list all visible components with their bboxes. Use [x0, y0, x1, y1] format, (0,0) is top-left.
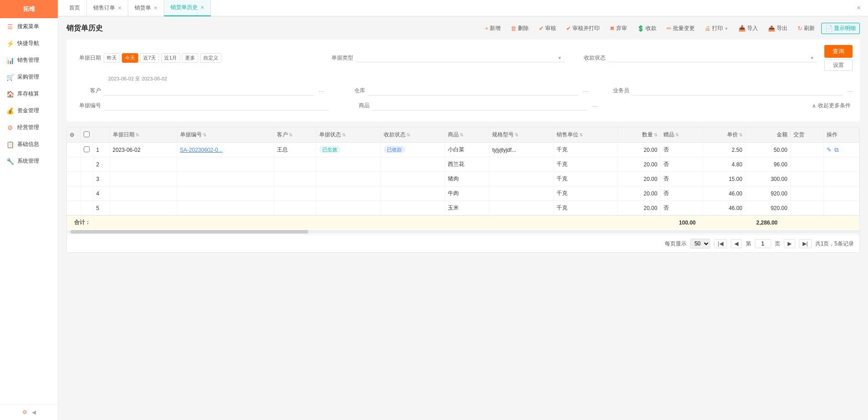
collect-icon: 💲 [637, 25, 644, 32]
audit-print-label: 审核并打印 [572, 25, 600, 32]
col-rownum [93, 127, 110, 143]
tab-sales-order[interactable]: 销售订单 ✕ [87, 0, 128, 16]
abandon-button[interactable]: ✖ 弃审 [606, 23, 631, 34]
row2-actions [824, 157, 859, 172]
tab-home[interactable]: 首页 [63, 0, 87, 16]
goods-picker-icon[interactable]: ··· [592, 102, 597, 110]
warehouse-input[interactable] [368, 86, 578, 95]
refresh-button[interactable]: ↻ 刷新 [794, 23, 818, 34]
settings-button[interactable]: 设置 [824, 60, 853, 71]
tab-sales-history-close[interactable]: ✕ [201, 5, 204, 10]
prev-page-button[interactable]: ◀ [731, 239, 742, 248]
row5-gift: 否 [660, 201, 703, 215]
collect-button[interactable]: 💲 收款 [633, 23, 660, 34]
date-btn-custom[interactable]: 自定义 [200, 53, 221, 63]
audit-label: 审核 [545, 25, 556, 32]
import-button[interactable]: 📥 导入 [735, 23, 762, 34]
export-button[interactable]: 📤 导出 [764, 23, 791, 34]
query-button[interactable]: 查询 [824, 45, 853, 58]
row1-edit-icon[interactable]: ✎ [827, 146, 832, 154]
delete-button[interactable]: 🗑 删除 [507, 23, 532, 34]
tab-sales-delivery[interactable]: 销货单 ✕ [128, 0, 164, 16]
date-btn-today[interactable]: 今天 [122, 53, 138, 63]
sidebar-collapse-icon[interactable]: ◀ [32, 409, 36, 415]
print-dropdown-icon: ▼ [724, 26, 728, 31]
date-btn-more[interactable]: 更多 [182, 53, 198, 63]
first-page-button[interactable]: |◀ [714, 239, 727, 248]
row2-date [110, 157, 177, 172]
sidebar-settings-icon[interactable]: ⚙ [22, 409, 27, 415]
salesperson-input[interactable] [632, 86, 843, 95]
sidebar-item-inventory[interactable]: 🏠 库存核算 [0, 85, 58, 102]
horizontal-scrollbar[interactable] [67, 230, 859, 234]
sidebar-item-sys-mgmt[interactable]: 🔧 系统管理 [0, 153, 58, 170]
col-date-label: 单据日期 [113, 131, 135, 138]
tab-home-label: 首页 [69, 4, 80, 12]
sidebar-item-search-menu[interactable]: ☰ 搜索菜单 [0, 18, 58, 35]
add-label: 新增 [490, 25, 501, 32]
row1-gift: 否 [660, 143, 703, 157]
audit-button[interactable]: ✔ 审核 [535, 23, 560, 34]
salesperson-label: 业务员 [602, 87, 629, 95]
customer-picker-icon[interactable]: ··· [319, 87, 324, 95]
row1-copy-icon[interactable]: ⧉ [834, 146, 838, 154]
table-container: ⚙ 单据日期⇅ 单据编号⇅ 客户⇅ 单据状态⇅ 收款状态⇅ 商品⇅ 规格型号⇅ … [66, 127, 860, 253]
col-amount-label: 金额 [777, 131, 788, 138]
sidebar-item-label: 经营管理 [17, 124, 39, 131]
date-range-text: 2023-06-02 至 2023-06-02 [108, 75, 853, 82]
col-settings[interactable]: ⚙ [67, 127, 80, 143]
col-actions: 操作 [824, 127, 859, 143]
col-customer-label: 客户 [277, 131, 288, 138]
select-all-checkbox[interactable] [84, 131, 90, 137]
show-detail-button[interactable]: 📄 显示明细 [821, 23, 860, 34]
col-qty-label: 数量 [642, 131, 653, 138]
last-page-button[interactable]: ▶| [799, 239, 812, 248]
batch-change-button[interactable]: ✏ 批量变更 [663, 23, 698, 34]
sales-mgmt-icon: 📊 [6, 57, 14, 64]
row1-docno-link[interactable]: SA-20230602-0... [180, 147, 223, 153]
sidebar-item-purchase-mgmt[interactable]: 🛒 采购管理 [0, 69, 58, 85]
date-btn-yesterday[interactable]: 昨天 [104, 53, 120, 63]
row1-select[interactable] [84, 146, 90, 152]
total-records-label: 共1页，5条记录 [815, 240, 854, 248]
page-container: 销货单历史 + 新增 🗑 删除 ✔ 审核 ✔ 审核并打印 [58, 16, 868, 420]
add-button[interactable]: + 新增 [481, 23, 504, 34]
audit-print-button[interactable]: ✔ 审核并打印 [562, 23, 603, 34]
tab-sales-delivery-close[interactable]: ✕ [154, 5, 157, 10]
row4-goods: 牛肉 [445, 186, 489, 201]
col-collectstatus: 收款状态⇅ [381, 127, 445, 143]
col-docno-label: 单据编号 [180, 131, 202, 138]
table-row: 5 玉米 千克 20.00 否 46.00 920.00 [67, 201, 859, 215]
date-btn-7days[interactable]: 近7天 [140, 53, 159, 63]
sidebar-item-sales-mgmt[interactable]: 📊 销售管理 [0, 52, 58, 69]
print-button[interactable]: 🖨 打印 ▼ [701, 23, 732, 34]
tab-sales-history[interactable]: 销货单历史 ✕ [164, 0, 211, 16]
page-number-input[interactable] [755, 239, 771, 248]
salesperson-picker-icon[interactable]: ··· [847, 87, 853, 95]
sidebar-item-basic-info[interactable]: 📋 基础信息 [0, 136, 58, 153]
doc-type-select[interactable]: ▼ [356, 54, 565, 62]
collapse-button[interactable]: ∧ 收起更多条件 [810, 100, 853, 111]
next-page-button[interactable]: ▶ [784, 239, 795, 248]
doc-no-input[interactable] [104, 101, 329, 110]
row3-actions [824, 172, 859, 186]
row4-qty: 20.00 [618, 186, 661, 201]
customer-input[interactable] [104, 86, 314, 95]
doc-type-dropdown-icon: ▼ [557, 55, 562, 60]
show-detail-label: 显示明细 [834, 25, 856, 32]
sidebar-item-quick-nav[interactable]: ⚡ 快捷导航 [0, 35, 58, 52]
page-size-select[interactable]: 50 [690, 239, 710, 249]
warehouse-picker-icon[interactable]: ··· [583, 87, 588, 95]
batch-change-label: 批量变更 [673, 25, 695, 32]
sidebar-item-ops-mgmt[interactable]: ⚙ 经营管理 [0, 119, 58, 136]
sidebar-item-finance-mgmt[interactable]: 💰 资金管理 [0, 102, 58, 119]
row4-num: 4 [93, 186, 110, 201]
collect-status-select[interactable]: ▼ [608, 54, 817, 62]
refresh-label: 刷新 [804, 25, 815, 32]
scroll-thumb[interactable] [70, 230, 308, 234]
close-all-tabs[interactable]: ✕ [854, 4, 863, 12]
row1-collectstatus-badge: 已收款 [384, 146, 405, 153]
tab-sales-order-close[interactable]: ✕ [118, 5, 121, 10]
goods-input[interactable] [372, 101, 587, 110]
date-btn-1month[interactable]: 近1月 [161, 53, 180, 63]
